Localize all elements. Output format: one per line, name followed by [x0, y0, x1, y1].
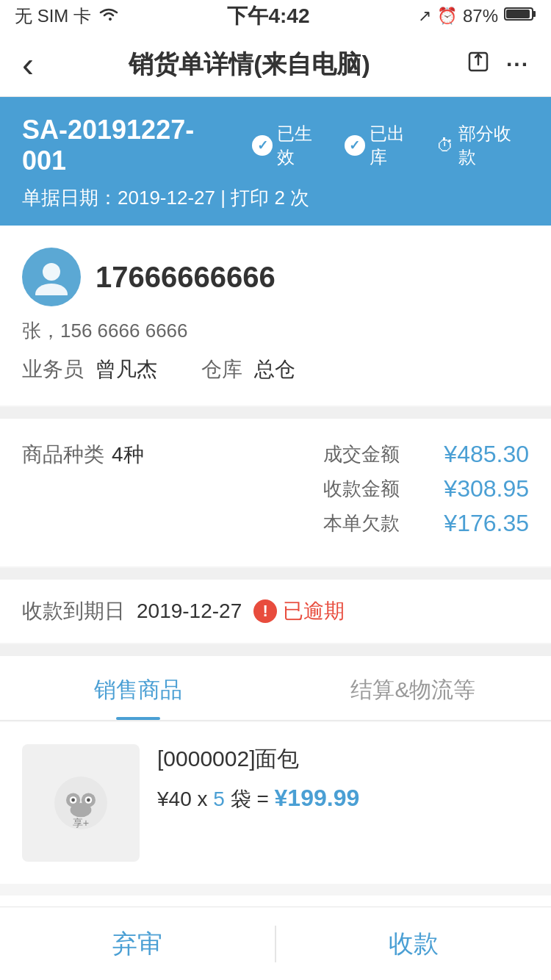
alarm-icon: ⏰ [437, 7, 457, 26]
customer-meta: 业务员 曾凡杰 仓库 总仓 [22, 356, 529, 383]
product-item-1: 享+ [0000002]面包 ¥40 x 5 袋 = ¥199.99 [0, 722, 551, 884]
owing-amount-label: 本单欠款 [323, 511, 400, 536]
nav-bar: ‹ 销货单详情(来自电脑) ··· [0, 32, 551, 97]
product-equals-1: = [256, 788, 274, 810]
section-divider-1 [0, 407, 551, 419]
due-date-label: 收款到期日 [22, 597, 125, 625]
tabs: 销售商品 结算&物流等 [0, 656, 551, 721]
status-right: ↗ ⏰ 87% [418, 6, 536, 26]
product-qty-1: 5 [213, 788, 225, 810]
battery-percent: 87% [463, 6, 498, 26]
deal-amount-value: ¥485.30 [444, 441, 529, 468]
location-icon: ↗ [418, 7, 431, 26]
product-x-1: x [198, 788, 214, 810]
battery-icon [504, 6, 536, 26]
due-date-value: 2019-12-27 [137, 599, 242, 623]
tab-products[interactable]: 销售商品 [0, 656, 276, 720]
amount-summary: 成交金额 ¥485.30 收款金额 ¥308.95 本单欠款 ¥176.35 [323, 441, 529, 544]
check-icon-1: ✓ [252, 135, 273, 156]
due-date-section: 收款到期日 2019-12-27 ! 已逾期 [0, 580, 551, 643]
product-unit-1: 袋 [231, 788, 251, 810]
status-badge-partial: ⏱ 部分收款 [436, 122, 529, 169]
warehouse-value: 总仓 [254, 358, 295, 381]
tabs-section: 销售商品 结算&物流等 [0, 656, 551, 721]
product-types-value: 4种 [112, 441, 144, 469]
svg-rect-2 [506, 10, 530, 18]
back-button[interactable]: ‹ [22, 44, 34, 84]
product-image-1: 享+ [22, 744, 140, 862]
product-name-1: [0000002]面包 [157, 744, 529, 774]
customer-section: 17666666666 张，156 6666 6666 业务员 曾凡杰 仓库 总… [0, 226, 551, 406]
status-badge-activated: ✓ 已生效 [252, 122, 330, 169]
customer-phone: 17666666666 [96, 261, 276, 294]
deal-amount-label: 成交金额 [323, 442, 400, 467]
svg-rect-1 [533, 11, 536, 17]
product-types: 商品种类 4种 [22, 441, 144, 469]
bottom-bar: 弃审 收款 [0, 907, 551, 980]
section-divider-3 [0, 644, 551, 656]
customer-name-phone: 张，156 6666 6666 [22, 318, 529, 344]
svg-text:享+: 享+ [73, 817, 89, 829]
more-icon[interactable]: ··· [506, 52, 529, 77]
overdue-icon: ! [253, 599, 277, 623]
status-badge-shipped: ✓ 已出库 [345, 122, 422, 169]
section-divider-2 [0, 568, 551, 580]
salesperson-label: 业务员 [22, 358, 84, 381]
wifi-icon [98, 6, 119, 26]
check-icon-2: ✓ [345, 135, 365, 156]
svg-point-12 [71, 799, 75, 802]
order-date: 单据日期：2019-12-27 | 打印 2 次 [22, 185, 529, 211]
received-amount-label: 收款金额 [323, 476, 400, 502]
collect-payment-button[interactable]: 收款 [276, 912, 551, 976]
product-total-1: ¥199.99 [275, 785, 360, 811]
product-price-1: ¥40 x 5 袋 = ¥199.99 [157, 785, 529, 813]
share-icon[interactable] [465, 48, 491, 80]
svg-point-13 [87, 799, 90, 802]
clock-icon: ⏱ [436, 135, 454, 156]
owing-amount-value: ¥176.35 [444, 510, 529, 537]
warehouse-label: 仓库 [201, 358, 242, 381]
carrier-text: 无 SIM 卡 [15, 4, 91, 28]
received-amount-value: ¥308.95 [444, 475, 529, 502]
status-bar: 无 SIM 卡 下午4:42 ↗ ⏰ 87% [0, 0, 551, 32]
status-left: 无 SIM 卡 [15, 4, 119, 28]
order-header-banner: SA-20191227-001 ✓ 已生效 ✓ 已出库 ⏱ 部分收款 单据日期：… [0, 97, 551, 226]
summary-section: 商品种类 4种 成交金额 ¥485.30 收款金额 ¥308.95 本单欠款 ¥… [0, 419, 551, 566]
overdue-badge: ! 已逾期 [253, 597, 345, 625]
svg-point-5 [43, 263, 60, 281]
nav-right: ··· [465, 48, 529, 80]
order-id: SA-20191227-001 [22, 115, 237, 176]
svg-point-14 [71, 803, 92, 817]
svg-point-6 [35, 284, 68, 295]
tab-settlement[interactable]: 结算&物流等 [276, 656, 551, 720]
nav-left: ‹ [22, 44, 34, 84]
status-time: 下午4:42 [227, 2, 309, 30]
product-base-price-1: ¥40 [157, 788, 192, 810]
product-info-1: [0000002]面包 ¥40 x 5 袋 = ¥199.99 [157, 744, 529, 813]
salesperson-field: 业务员 曾凡杰 [22, 356, 157, 383]
nav-title: 销货单详情(来自电脑) [129, 48, 370, 82]
overdue-text: 已逾期 [283, 597, 345, 625]
salesperson-value: 曾凡杰 [96, 358, 157, 381]
warehouse-field: 仓库 总仓 [201, 356, 295, 383]
cancel-review-button[interactable]: 弃审 [0, 912, 275, 976]
product-types-label: 商品种类 [22, 441, 104, 469]
customer-avatar [22, 248, 81, 306]
